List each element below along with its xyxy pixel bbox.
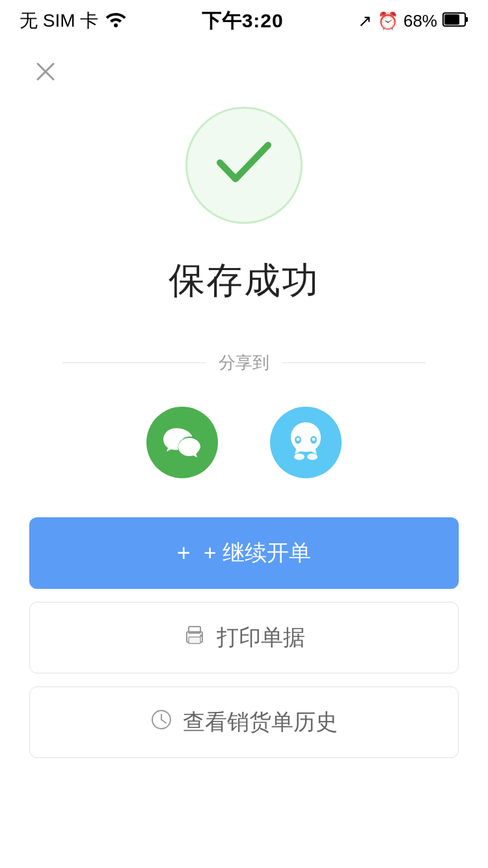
battery-icon xyxy=(442,11,468,31)
wechat-share-button[interactable] xyxy=(146,407,218,478)
print-button[interactable]: 打印单据 xyxy=(29,602,459,673)
share-icons xyxy=(146,407,342,478)
history-button[interactable]: 查看销货单历史 xyxy=(29,686,459,758)
clock-icon xyxy=(150,709,172,736)
history-label: 查看销货单历史 xyxy=(183,707,338,737)
continue-label: + 继续开单 xyxy=(204,538,311,568)
status-right: ↗ ⏰ 68% xyxy=(358,11,468,31)
svg-rect-1 xyxy=(465,17,468,22)
qq-share-button[interactable] xyxy=(270,407,342,478)
svg-point-10 xyxy=(307,454,318,460)
main-content: 保存成功 分享到 xyxy=(0,42,488,758)
svg-point-5 xyxy=(170,437,174,441)
status-left: 无 SIM 卡 xyxy=(20,8,127,33)
success-title: 保存成功 xyxy=(169,256,319,306)
printer-icon xyxy=(183,624,206,651)
divider-right xyxy=(282,362,426,363)
alarm-icon: ⏰ xyxy=(377,11,398,31)
divider-left xyxy=(62,362,206,363)
status-time: 下午3:20 xyxy=(202,8,284,34)
continue-button[interactable]: + + 继续开单 xyxy=(29,517,459,589)
svg-rect-16 xyxy=(189,637,200,644)
svg-point-13 xyxy=(297,438,300,441)
svg-point-9 xyxy=(294,454,305,460)
svg-line-21 xyxy=(161,720,166,723)
svg-point-14 xyxy=(312,438,316,441)
svg-point-8 xyxy=(192,446,195,449)
share-divider: 分享到 xyxy=(0,351,488,374)
plus-icon: + xyxy=(177,539,191,567)
print-label: 打印单据 xyxy=(217,623,305,653)
success-icon-circle xyxy=(185,107,303,224)
share-label: 分享到 xyxy=(219,351,269,374)
share-section: 分享到 xyxy=(0,351,488,478)
action-buttons: + + 继续开单 打印单据 xyxy=(29,517,459,758)
battery-percent: 68% xyxy=(403,11,437,31)
location-icon: ↗ xyxy=(358,11,372,31)
svg-point-6 xyxy=(180,437,183,441)
svg-point-7 xyxy=(184,446,187,449)
status-bar: 无 SIM 卡 下午3:20 ↗ ⏰ 68% xyxy=(0,0,488,42)
sim-status: 无 SIM 卡 xyxy=(20,8,98,33)
svg-point-18 xyxy=(200,634,202,637)
wifi-icon xyxy=(105,10,127,32)
close-button[interactable] xyxy=(26,52,65,91)
checkmark-icon xyxy=(215,136,273,195)
svg-rect-2 xyxy=(444,14,459,25)
